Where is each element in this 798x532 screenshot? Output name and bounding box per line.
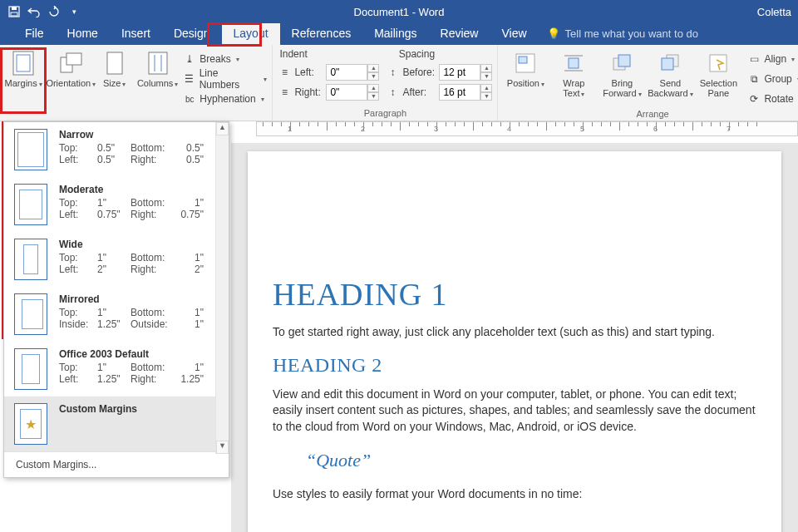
bring-forward-label: Bring Forward [603, 78, 636, 98]
align-button[interactable]: ▭Align▾ [747, 50, 798, 68]
margin-thumb-icon [14, 293, 47, 335]
margin-preset-custom-margins[interactable]: ★ Custom Margins [4, 397, 229, 451]
margin-preset-narrow[interactable]: NarrowTop:0.5"Bottom:0.5" Left:0.5"Right… [4, 122, 229, 177]
paragraph-group-label: Paragraph [278, 107, 492, 119]
user-name[interactable]: Coletta [757, 6, 791, 18]
tab-file[interactable]: File [13, 23, 56, 45]
indent-left-icon: ≡ [278, 66, 291, 79]
rotate-button[interactable]: ⟳Rotate▾ [747, 90, 798, 108]
tab-references[interactable]: References [280, 23, 363, 45]
body-paragraph-2[interactable]: View and edit this document in Word on y… [273, 387, 756, 436]
heading-1[interactable]: HEADING 1 [273, 276, 756, 313]
size-icon [101, 50, 128, 76]
ruler-area: 1234567 [231, 121, 798, 141]
margin-info: MirroredTop:1"Bottom:1" Inside:1.25"Outs… [59, 293, 220, 335]
svg-rect-2 [11, 12, 17, 16]
breaks-button[interactable]: ⤓Breaks▾ [183, 50, 267, 68]
margins-button[interactable]: Margins▾ [2, 48, 45, 91]
wrap-text-icon [560, 50, 587, 76]
tell-me-label: Tell me what you want to do [565, 27, 698, 40]
tab-insert[interactable]: Insert [110, 23, 162, 45]
body-paragraph-3[interactable]: Use styles to easily format your Word do… [273, 486, 756, 503]
spin-down[interactable]: ▼ [480, 92, 492, 101]
indent-right-input[interactable] [326, 84, 367, 101]
margin-preset-office-2003-default[interactable]: Office 2003 DefaultTop:1"Bottom:1" Left:… [4, 342, 229, 397]
scroll-up-icon[interactable]: ▲ [216, 122, 229, 135]
heading-2[interactable]: HEADING 2 [273, 354, 756, 377]
spin-up[interactable]: ▲ [480, 64, 492, 72]
ribbon: Margins▾ Orientation▾ Size▾ Columns▾ ⤓Br… [0, 45, 798, 121]
margins-icon [10, 50, 37, 76]
menu-scrollbar[interactable]: ▲▼ [215, 122, 229, 454]
title-bar: ▾ Document1 - Word Coletta [0, 0, 798, 23]
margin-info: WideTop:1"Bottom:1" Left:2"Right:2" [59, 239, 220, 280]
margin-preset-mirrored[interactable]: MirroredTop:1"Bottom:1" Inside:1.25"Outs… [4, 287, 229, 342]
wrap-text-button[interactable]: Wrap Text▾ [551, 48, 596, 101]
indent-heading: Indent [279, 48, 307, 60]
indent-left-label: Left: [294, 66, 323, 78]
margin-info: NarrowTop:0.5"Bottom:0.5" Left:0.5"Right… [59, 129, 220, 170]
spin-up[interactable]: ▲ [367, 64, 379, 72]
line-numbers-button[interactable]: ☰Line Numbers▾ [183, 70, 267, 88]
ribbon-tabs: File Home Insert Design Layout Reference… [0, 23, 798, 45]
tab-mailings[interactable]: Mailings [362, 23, 428, 45]
selection-pane-icon [705, 50, 732, 76]
columns-button[interactable]: Columns▾ [135, 48, 180, 91]
selection-pane-button[interactable]: Selection Pane [696, 48, 741, 100]
group-arrange: Position▾ Wrap Text▾ Bring Forward▾ Send… [498, 45, 798, 121]
svg-rect-17 [618, 55, 630, 66]
tell-me-search[interactable]: 💡 Tell me what you want to do [547, 27, 698, 45]
spacing-after-input[interactable] [439, 84, 480, 101]
size-button[interactable]: Size▾ [96, 48, 132, 91]
columns-icon [145, 50, 171, 76]
svg-rect-19 [662, 58, 673, 70]
send-backward-icon [657, 50, 683, 76]
custom-margins-menu-item[interactable]: Custom Margins... [4, 451, 229, 477]
undo-icon[interactable] [27, 4, 42, 19]
indent-left-row: ≡Left:▲▼ [278, 63, 379, 81]
tab-home[interactable]: Home [56, 23, 110, 45]
quote-text[interactable]: “Quote” [306, 450, 756, 471]
margin-preset-wide[interactable]: WideTop:1"Bottom:1" Left:2"Right:2" [4, 232, 229, 287]
spacing-after-label: After: [402, 86, 436, 98]
margin-preset-moderate[interactable]: ModerateTop:1"Bottom:1" Left:0.75"Right:… [4, 177, 229, 232]
scroll-down-icon[interactable]: ▼ [216, 441, 229, 454]
tab-layout[interactable]: Layout [222, 23, 280, 45]
spacing-heading: Spacing [399, 48, 435, 60]
spacing-before-row: ↕Before:▲▼ [386, 63, 492, 81]
send-backward-button[interactable]: Send Backward▾ [648, 48, 692, 101]
qat-customize-icon[interactable]: ▾ [66, 4, 81, 19]
save-icon[interactable] [7, 4, 22, 19]
indent-left-input[interactable] [326, 64, 367, 81]
group-button[interactable]: ⧉Group▾ [747, 70, 798, 88]
hyphenation-button[interactable]: bcHyphenation▾ [183, 90, 267, 108]
redo-icon[interactable] [47, 4, 62, 19]
svg-rect-6 [66, 53, 81, 65]
orientation-button[interactable]: Orientation▾ [48, 48, 93, 91]
spin-up[interactable]: ▲ [480, 84, 492, 92]
page[interactable]: HEADING 1 To get started right away, jus… [248, 151, 781, 532]
spacing-before-input[interactable] [439, 64, 480, 81]
position-button[interactable]: Position▾ [503, 48, 548, 91]
margin-thumb-icon [14, 348, 47, 390]
document-title: Document1 - Word [354, 6, 445, 18]
page-setup-group-label [2, 108, 267, 120]
page-setup-stack: ⤓Breaks▾ ☰Line Numbers▾ bcHyphenation▾ [183, 48, 267, 108]
tab-view[interactable]: View [490, 23, 538, 45]
spin-down[interactable]: ▼ [480, 72, 492, 81]
spin-down[interactable]: ▼ [367, 72, 379, 81]
spin-up[interactable]: ▲ [367, 84, 379, 92]
margin-thumb-icon [14, 184, 47, 225]
tab-review[interactable]: Review [429, 23, 490, 45]
indent-right-row: ≡Right:▲▼ [278, 83, 379, 101]
orientation-icon [57, 50, 84, 76]
body-paragraph-1[interactable]: To get started right away, just click an… [273, 324, 756, 341]
tab-design[interactable]: Design [162, 23, 222, 45]
spin-down[interactable]: ▼ [367, 92, 379, 101]
horizontal-ruler[interactable]: 1234567 [256, 121, 798, 136]
selection-pane-label: Selection Pane [697, 78, 739, 98]
svg-rect-13 [569, 58, 579, 68]
margin-info: ModerateTop:1"Bottom:1" Left:0.75"Right:… [59, 184, 220, 225]
bring-forward-button[interactable]: Bring Forward▾ [599, 48, 644, 101]
quick-access-toolbar: ▾ [7, 4, 81, 19]
